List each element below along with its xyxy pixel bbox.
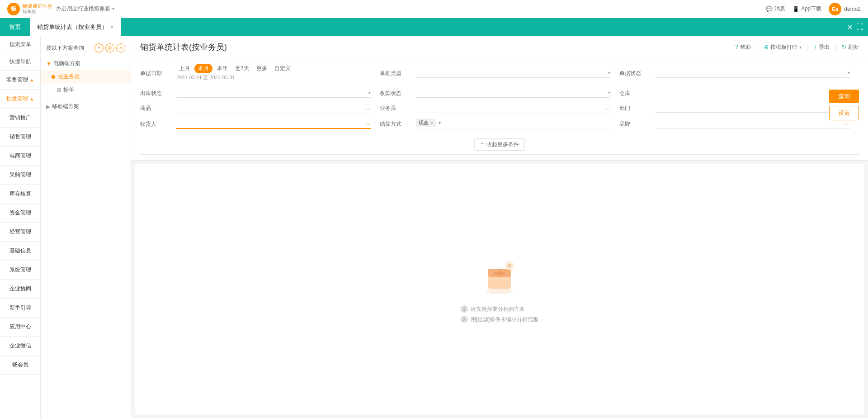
active-dot-icon xyxy=(52,75,55,79)
filter-row-3: 商品 ... 业务员 ... 部门 xyxy=(140,104,859,113)
logo-text: 畅捷通好生意 标账版 xyxy=(23,3,52,14)
payment-dropdown-icon[interactable]: ▾ xyxy=(439,120,441,125)
sidebar-item-enterprise[interactable]: 企业协同 xyxy=(0,280,40,299)
date-tab-custom[interactable]: 自定义 xyxy=(272,64,293,73)
sidebar-item-retail[interactable]: 零售管理 ▲ xyxy=(0,71,40,90)
sidebar-item-wholesale[interactable]: 批发管理 ▲ xyxy=(0,90,40,109)
page-title: 销货单统计表(按业务员) xyxy=(140,42,227,52)
receiver-more-icon[interactable]: ... xyxy=(365,119,371,126)
date-tab-7days[interactable]: 近7天 xyxy=(232,64,252,73)
dept-label: 部门 xyxy=(619,104,656,112)
content-area: 按以下方案查询 + ⚙ « ▼ 电脑端方案 按业务员 ⊞ 按单 xyxy=(41,36,868,418)
filter-outstatus-group: 出库状态 ▾ xyxy=(140,89,380,98)
filter-date-group: 单据日期 上月 本月 本年 近7天 更多 自定义 2023-03-01 至 20… xyxy=(140,64,380,83)
print-icon: 🖨 xyxy=(763,44,769,50)
outstatus-input[interactable] xyxy=(176,89,368,95)
message-icon: 💬 xyxy=(766,6,773,12)
sidebar-item-sales[interactable]: 销售管理 xyxy=(0,128,40,147)
tab-active[interactable]: 销货单统计表（按业务员） × xyxy=(30,18,121,36)
sidebar-item-newbie[interactable]: 新手引导 xyxy=(0,299,40,318)
doctype-input[interactable] xyxy=(416,69,608,76)
refresh-btn[interactable]: ↻ 刷新 xyxy=(842,43,859,51)
outstatus-dropdown-icon[interactable]: ▾ xyxy=(368,90,371,95)
salesperson-label: 业务员 xyxy=(380,104,416,112)
sidebar-item-finance[interactable]: 资金管理 xyxy=(0,204,40,223)
sidebar-item-member[interactable]: 畅会员 xyxy=(0,356,40,375)
filter-goods-group: 商品 ... xyxy=(140,104,380,113)
settings-button[interactable]: 设置 xyxy=(829,106,859,120)
sidebar-item-basic[interactable]: 基础信息 xyxy=(0,242,40,261)
filter-row-4: 收货人 ... 结算方式 现金 × ▾ xyxy=(140,119,859,129)
dept-input[interactable] xyxy=(656,104,848,110)
tip-item-1: 1 请先选择要分析的方案 xyxy=(461,305,539,313)
goods-more-icon[interactable]: ... xyxy=(365,104,371,111)
payment-tag: 现金 × xyxy=(416,119,436,127)
sidebar-item-inventory[interactable]: 库存核算 xyxy=(0,185,40,204)
filter-receiver-group: 收货人 ... xyxy=(140,119,380,129)
query-button[interactable]: 查询 xyxy=(829,90,859,103)
goods-input[interactable] xyxy=(176,104,365,110)
doctype-label: 单据类型 xyxy=(380,70,416,77)
docstatus-dropdown-icon[interactable]: ▾ xyxy=(848,70,850,75)
scheme-group-desktop-label[interactable]: ▼ 电脑端方案 xyxy=(41,57,131,70)
scheme-item-by-salesperson[interactable]: 按业务员 xyxy=(41,70,131,83)
receiver-input[interactable] xyxy=(176,119,365,126)
doctype-dropdown-icon[interactable]: ▾ xyxy=(608,70,610,75)
collectstatus-input[interactable] xyxy=(416,89,608,95)
scheme-header: 按以下方案查询 + ⚙ « xyxy=(41,41,131,55)
logo-icon: 畅 xyxy=(7,3,20,15)
tab-bar: 首页 销货单统计表（按业务员） × × ⛶ xyxy=(0,18,868,36)
header-subtitle[interactable]: 办公用品行业模拟账套 ▾ xyxy=(56,5,114,13)
print-template-btn[interactable]: 🖨 按模板打印 ▾ xyxy=(763,43,802,51)
sidebar-item-search[interactable]: 搜索菜单 xyxy=(0,36,40,53)
order-icon: ⊞ xyxy=(57,87,61,93)
filter-docstatus-group: 单据状态 ▾ xyxy=(619,69,859,78)
collapse-icon: ⌃ xyxy=(480,142,485,148)
sidebar-item-system[interactable]: 系统管理 xyxy=(0,261,40,280)
tab-home[interactable]: 首页 xyxy=(0,18,30,36)
tab-close-btn[interactable]: × xyxy=(110,24,113,30)
top-header: 畅 畅捷通好生意 标账版 办公用品行业模拟账套 ▾ 💬 消息 📱 App下载 E… xyxy=(0,0,868,18)
scheme-item-by-order[interactable]: ⊞ 按单 xyxy=(41,83,131,96)
scheme-add-btn[interactable]: + xyxy=(94,43,104,52)
date-tab-this-month[interactable]: 本月 xyxy=(194,64,212,73)
sidebar-item-app-center[interactable]: 应用中心 xyxy=(0,318,40,337)
scheme-settings-btn[interactable]: ⚙ xyxy=(105,43,114,52)
sidebar-item-management[interactable]: 经营管理 xyxy=(0,223,40,242)
date-tab-more[interactable]: 更多 xyxy=(254,64,270,73)
filter-dept-group: 部门 ▾ xyxy=(619,104,859,113)
filter-doctype-group: 单据类型 ▾ xyxy=(380,69,619,78)
tab-actions: × ⛶ xyxy=(847,22,868,33)
export-btn[interactable]: ↑ 导出 xyxy=(814,43,830,51)
brand-input[interactable] xyxy=(656,120,844,126)
message-btn[interactable]: 💬 消息 xyxy=(766,5,785,13)
user-area[interactable]: Ea demo2 xyxy=(829,3,861,15)
docstatus-input[interactable] xyxy=(656,69,848,76)
filter-area: 单据日期 上月 本月 本年 近7天 更多 自定义 2023-03-01 至 20… xyxy=(131,58,868,161)
collapse-more-btn[interactable]: ⌃ 收起更多条件 xyxy=(474,138,525,151)
date-tab-this-year[interactable]: 本年 xyxy=(214,64,231,73)
empty-illustration xyxy=(477,253,522,298)
sidebar-item-quick-nav[interactable]: 快捷导航 xyxy=(0,53,40,71)
salesperson-input[interactable] xyxy=(416,104,605,110)
page-header: 销货单统计表(按业务员) ? 帮助 | 🖨 按模板打印 ▾ | ↑ xyxy=(131,36,868,58)
brand-label: 品牌 xyxy=(619,120,656,128)
filter-warehouse-group: 仓库 ... xyxy=(619,89,859,98)
help-btn[interactable]: ? 帮助 xyxy=(735,43,751,51)
sidebar-item-marketing[interactable]: 营销推广 xyxy=(0,109,40,128)
scheme-collapse-btn[interactable]: « xyxy=(116,43,125,52)
warehouse-input[interactable] xyxy=(656,89,844,95)
sidebar-item-ecommerce[interactable]: 电商管理 xyxy=(0,147,40,166)
salesperson-more-icon[interactable]: ... xyxy=(605,104,610,111)
tab-minimize-btn[interactable]: × xyxy=(847,22,853,33)
app-download-btn[interactable]: 📱 App下载 xyxy=(793,5,821,13)
sidebar-item-wechat[interactable]: 企业微信 xyxy=(0,337,40,356)
tab-maximize-btn[interactable]: ⛶ xyxy=(856,23,863,31)
collectstatus-dropdown-icon[interactable]: ▾ xyxy=(608,90,610,95)
date-tab-last-month[interactable]: 上月 xyxy=(176,64,193,73)
sidebar-item-purchase[interactable]: 采购管理 xyxy=(0,166,40,185)
header-right: 💬 消息 📱 App下载 Ea demo2 xyxy=(766,3,861,15)
scheme-group-mobile-label[interactable]: ▶ 移动端方案 xyxy=(41,100,131,113)
payment-tag-close-btn[interactable]: × xyxy=(430,120,433,126)
filter-salesperson-group: 业务员 ... xyxy=(380,104,619,113)
